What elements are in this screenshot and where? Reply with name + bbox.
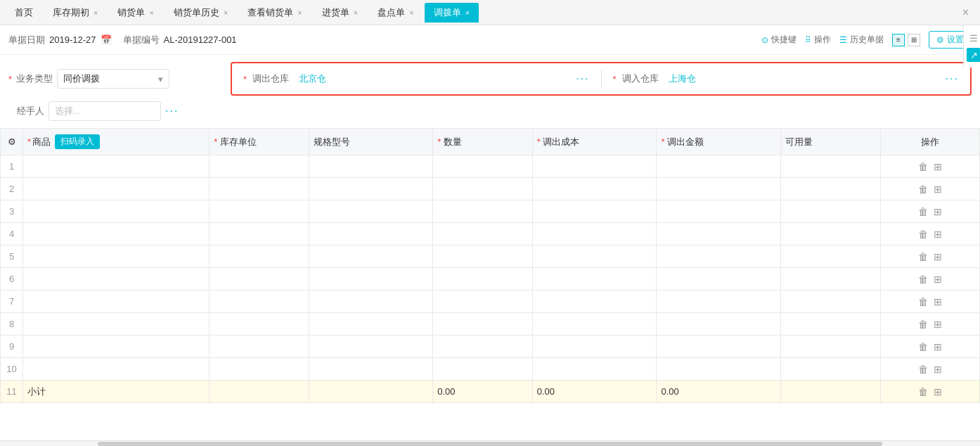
cell-product[interactable] (23, 336, 209, 358)
col-gear[interactable]: ⚙ (1, 129, 23, 155)
in-warehouse-dots[interactable]: ··· (946, 72, 959, 85)
cell-cost[interactable] (532, 155, 657, 178)
cell-cost[interactable] (532, 246, 657, 268)
tab-purchase-order-close[interactable]: × (354, 8, 358, 17)
cell-unit[interactable] (209, 200, 309, 223)
cell-product[interactable] (23, 246, 209, 268)
cell-spec[interactable] (309, 200, 433, 223)
tab-purchase-order[interactable]: 进货单 × (313, 3, 367, 23)
cell-cost[interactable] (532, 223, 657, 246)
cell-unit[interactable] (209, 246, 309, 268)
cell-amount[interactable] (657, 155, 781, 178)
cell-product[interactable] (23, 291, 209, 313)
cell-available[interactable] (781, 291, 880, 313)
gear-icon[interactable]: ⚙ (8, 136, 16, 147)
cell-spec[interactable] (309, 291, 433, 313)
cell-available[interactable] (781, 200, 880, 223)
cell-spec[interactable] (309, 268, 433, 291)
delete-row-icon[interactable]: 🗑 (918, 296, 928, 307)
delete-row-icon[interactable]: 🗑 (918, 184, 928, 195)
tab-sales-order-close[interactable]: × (149, 8, 153, 17)
cell-amount[interactable] (657, 223, 781, 246)
window-close-button[interactable]: × (957, 6, 974, 19)
cell-cost[interactable] (532, 336, 657, 358)
scrollbar-thumb[interactable] (98, 442, 882, 446)
copy-row-icon[interactable]: ⊞ (934, 296, 942, 307)
delete-row-icon[interactable]: 🗑 (918, 274, 928, 285)
cell-unit[interactable] (209, 336, 309, 358)
delete-row-icon[interactable]: 🗑 (918, 341, 928, 352)
cell-unit[interactable] (209, 313, 309, 336)
delete-row-icon[interactable]: 🗑 (918, 364, 928, 375)
copy-row-icon[interactable]: ⊞ (934, 319, 942, 330)
history-btn[interactable]: ☰ 历史单据 (839, 34, 884, 46)
cell-spec[interactable] (309, 155, 433, 178)
cell-unit[interactable] (209, 223, 309, 246)
operation-btn[interactable]: ⠿ 操作 (805, 34, 831, 46)
cell-available[interactable] (781, 223, 880, 246)
cell-qty[interactable] (433, 155, 532, 178)
cell-cost[interactable] (532, 358, 657, 381)
delete-row-icon[interactable]: 🗑 (918, 251, 928, 262)
cell-amount[interactable] (657, 268, 781, 291)
tab-transfer-order[interactable]: 调拨单 × (425, 3, 479, 23)
tab-inventory-count[interactable]: 盘点单 × (368, 3, 423, 23)
cell-unit[interactable] (209, 358, 309, 381)
sidebar-list-icon[interactable]: ☰ (967, 31, 980, 45)
cell-spec[interactable] (309, 358, 433, 381)
copy-row-icon[interactable]: ⊞ (934, 184, 942, 195)
cell-product[interactable] (23, 200, 209, 223)
cell-available[interactable] (781, 313, 880, 336)
cell-qty[interactable] (433, 358, 532, 381)
cell-amount[interactable] (657, 291, 781, 313)
cell-amount[interactable] (657, 200, 781, 223)
calendar-icon[interactable]: 📅 (101, 34, 112, 45)
shortcut-btn[interactable]: ⊙ 快捷键 (761, 34, 797, 46)
sidebar-export-icon[interactable]: ↗ (967, 48, 980, 62)
out-warehouse-dots[interactable]: ··· (576, 72, 589, 85)
cell-cost[interactable] (532, 291, 657, 313)
cell-qty[interactable] (433, 336, 532, 358)
cell-available[interactable] (781, 358, 880, 381)
cell-cost[interactable] (532, 268, 657, 291)
cell-unit[interactable] (209, 155, 309, 178)
tab-sales-history[interactable]: 销货单历史 × (165, 3, 237, 23)
cell-available[interactable] (781, 246, 880, 268)
tab-inventory-init[interactable]: 库存期初 × (44, 3, 107, 23)
cell-unit[interactable] (209, 291, 309, 313)
tab-inventory-count-close[interactable]: × (409, 8, 413, 17)
cell-available[interactable] (781, 178, 880, 200)
copy-row-icon[interactable]: ⊞ (934, 251, 942, 262)
copy-row-icon[interactable]: ⊞ (934, 229, 942, 240)
cell-spec[interactable] (309, 246, 433, 268)
tab-view-sales-close[interactable]: × (297, 8, 302, 17)
tab-home[interactable]: 首页 (6, 3, 42, 23)
cell-cost[interactable] (532, 200, 657, 223)
cell-unit[interactable] (209, 268, 309, 291)
copy-row-icon[interactable]: ⊞ (934, 206, 942, 217)
tab-transfer-order-close[interactable]: × (465, 8, 470, 17)
cell-product[interactable] (23, 155, 209, 178)
delete-row-icon[interactable]: 🗑 (918, 229, 928, 240)
cell-product[interactable] (23, 268, 209, 291)
handler-dots[interactable]: ··· (165, 105, 179, 117)
copy-row-icon[interactable]: ⊞ (934, 161, 942, 172)
cell-available[interactable] (781, 155, 880, 178)
cell-spec[interactable] (309, 336, 433, 358)
layout-icon-list[interactable]: ≡ (892, 34, 905, 46)
cell-cost[interactable] (532, 313, 657, 336)
cell-amount[interactable] (657, 358, 781, 381)
handler-select[interactable]: 选择... (49, 101, 161, 121)
cell-spec[interactable] (309, 178, 433, 200)
cell-qty[interactable] (433, 313, 532, 336)
cell-unit[interactable] (209, 178, 309, 200)
cell-product[interactable] (23, 358, 209, 381)
cell-amount[interactable] (657, 178, 781, 200)
cell-qty[interactable] (433, 268, 532, 291)
tab-sales-history-close[interactable]: × (224, 8, 228, 17)
cell-amount[interactable] (657, 246, 781, 268)
cell-qty[interactable] (433, 223, 532, 246)
cell-available[interactable] (781, 336, 880, 358)
cell-spec[interactable] (309, 223, 433, 246)
tab-inventory-init-close[interactable]: × (94, 8, 98, 17)
